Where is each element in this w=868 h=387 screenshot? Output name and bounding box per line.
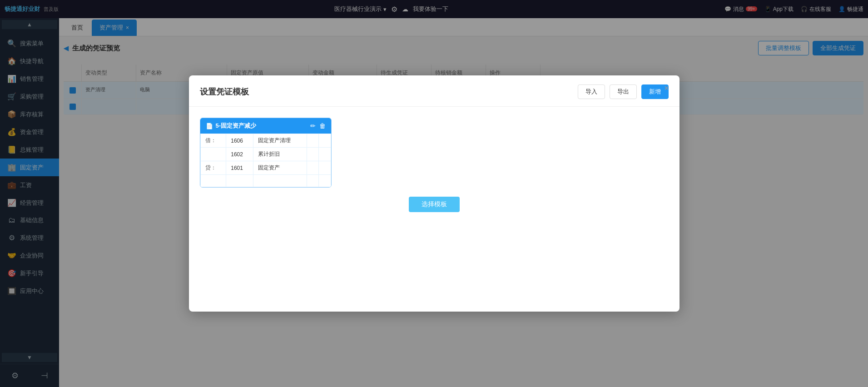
dialog-title: 设置凭证模板 bbox=[200, 86, 249, 97]
credit-code-1: 1601 bbox=[226, 161, 253, 175]
template-header-left: 📄 5-固定资产减少 bbox=[206, 122, 257, 130]
debit-cell-1a bbox=[307, 134, 318, 148]
credit-name-1: 固定资产 bbox=[253, 161, 307, 175]
debit-indent bbox=[200, 148, 226, 161]
template-name: 5-固定资产减少 bbox=[216, 122, 257, 130]
empty-5 bbox=[318, 175, 331, 187]
template-card-body: 借： 1606 固定资产清理 1602 累计折旧 bbox=[200, 134, 331, 187]
template-doc-icon: 📄 bbox=[206, 123, 213, 129]
dialog-overlay: 设置凭证模板 导入 导出 新增 × 📄 5-固定资产减少 ✏ 🗑 bbox=[0, 0, 868, 387]
import-btn[interactable]: 导入 bbox=[578, 84, 605, 99]
credit-cell-1a bbox=[307, 161, 318, 175]
empty-1 bbox=[200, 175, 226, 187]
template-delete-btn[interactable]: 🗑 bbox=[319, 122, 326, 129]
template-card-header: 📄 5-固定资产减少 ✏ 🗑 bbox=[200, 118, 331, 134]
dialog: 设置凭证模板 导入 导出 新增 × 📄 5-固定资产减少 ✏ 🗑 bbox=[189, 75, 680, 312]
credit-cell-1b bbox=[318, 161, 331, 175]
select-btn-area: 选择模板 bbox=[200, 197, 669, 212]
empty-row-1 bbox=[200, 175, 331, 187]
debit-name-2: 累计折旧 bbox=[253, 148, 307, 161]
template-edit-btn[interactable]: ✏ bbox=[310, 122, 316, 129]
debit-code-2: 1602 bbox=[226, 148, 253, 161]
credit-row-1: 贷： 1601 固定资产 bbox=[200, 161, 331, 175]
credit-label: 贷： bbox=[200, 161, 226, 175]
template-card-actions: ✏ 🗑 bbox=[310, 122, 326, 129]
dialog-header: 设置凭证模板 导入 导出 新增 × bbox=[189, 75, 680, 107]
template-entries-table: 借： 1606 固定资产清理 1602 累计折旧 bbox=[200, 134, 331, 187]
debit-cell-2b bbox=[318, 148, 331, 161]
dialog-body: 📄 5-固定资产减少 ✏ 🗑 借： 1606 固 bbox=[189, 107, 680, 312]
dialog-close-btn[interactable]: × bbox=[661, 83, 672, 94]
debit-cell-1b bbox=[318, 134, 331, 148]
empty-2 bbox=[226, 175, 253, 187]
debit-name-1: 固定资产清理 bbox=[253, 134, 307, 148]
debit-code-1: 1606 bbox=[226, 134, 253, 148]
debit-row-2: 1602 累计折旧 bbox=[200, 148, 331, 161]
debit-row-1: 借： 1606 固定资产清理 bbox=[200, 134, 331, 148]
dialog-header-actions: 导入 导出 新增 bbox=[578, 84, 669, 99]
empty-3 bbox=[253, 175, 307, 187]
debit-cell-2a bbox=[307, 148, 318, 161]
debit-label: 借： bbox=[200, 134, 226, 148]
template-card: 📄 5-固定资产减少 ✏ 🗑 借： 1606 固 bbox=[200, 118, 332, 188]
empty-4 bbox=[307, 175, 318, 187]
export-btn[interactable]: 导出 bbox=[610, 84, 637, 99]
select-template-btn[interactable]: 选择模板 bbox=[409, 197, 460, 212]
